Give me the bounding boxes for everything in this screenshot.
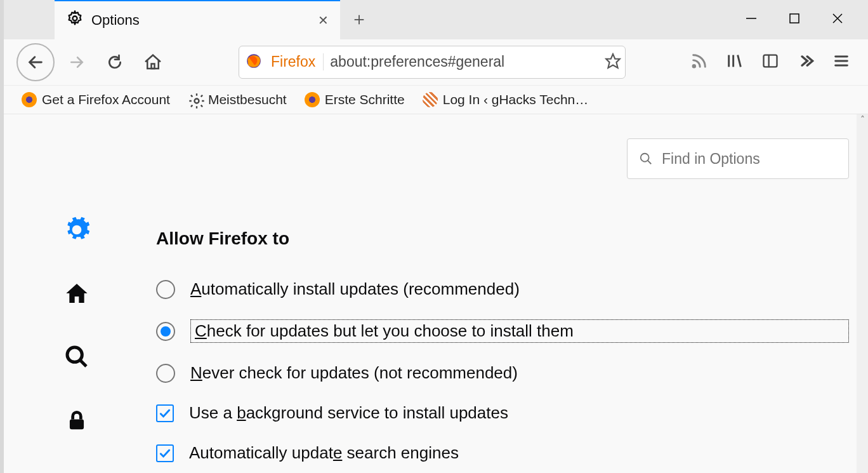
svg-point-25: [641, 154, 649, 162]
nav-toolbar: Firefox about:preferences#general: [4, 39, 868, 86]
library-icon[interactable]: [726, 52, 744, 72]
checkbox-icon: [156, 444, 174, 462]
radio-icon: [156, 280, 175, 299]
preferences-main: Find in Options Allow Firefox to Automat…: [150, 114, 868, 473]
tab-label: Options: [91, 12, 308, 29]
sidebar-home-icon[interactable]: [63, 279, 91, 307]
overflow-icon[interactable]: [797, 52, 815, 72]
radio-icon: [156, 322, 175, 341]
radio-auto-install[interactable]: Automatically install updates (recommend…: [156, 269, 849, 309]
bookmark-firefox-account[interactable]: Get a Firefox Account: [22, 92, 170, 107]
bookmarks-bar: Get a Firefox Account Meistbesucht Erste…: [4, 86, 868, 114]
gear-icon: [188, 92, 203, 107]
search-icon: [639, 152, 653, 166]
svg-rect-16: [764, 55, 777, 67]
radio-never-check[interactable]: Never check for updates (not recommended…: [156, 353, 849, 393]
option-label: Use a background service to install upda…: [189, 403, 508, 423]
close-tab-icon[interactable]: ✕: [315, 10, 331, 30]
option-label: Automatically install updates (recommend…: [190, 279, 520, 299]
svg-point-0: [73, 17, 77, 21]
svg-rect-4: [790, 14, 799, 23]
sidebar-toggle-icon[interactable]: [761, 52, 779, 72]
sidebar-privacy-icon[interactable]: [63, 406, 91, 434]
svg-point-21: [194, 98, 199, 103]
bookmark-label: Log In ‹ gHacks Techn…: [443, 92, 589, 107]
svg-point-12: [693, 65, 695, 67]
new-tab-button[interactable]: [340, 0, 378, 39]
sidebar-search-icon[interactable]: [63, 343, 91, 371]
forward-button[interactable]: [61, 46, 93, 78]
svg-rect-9: [152, 63, 155, 69]
search-placeholder: Find in Options: [662, 150, 760, 168]
radio-icon: [156, 364, 175, 383]
find-in-options-input[interactable]: Find in Options: [627, 138, 849, 179]
svg-line-15: [738, 55, 741, 67]
svg-line-23: [80, 360, 86, 366]
home-button[interactable]: [137, 46, 169, 78]
bookmark-label: Meistbesucht: [208, 92, 287, 107]
svg-rect-24: [70, 419, 84, 429]
close-window-icon[interactable]: [831, 12, 844, 27]
svg-point-22: [67, 347, 82, 362]
firefox-favicon-icon: [22, 92, 37, 107]
titlebar: Options ✕: [4, 0, 868, 39]
option-label: Automatically update search engines: [189, 443, 459, 463]
menu-icon[interactable]: [832, 52, 850, 72]
svg-line-26: [648, 161, 652, 164]
section-heading: Allow Firefox to: [156, 229, 849, 249]
url-bar[interactable]: Firefox about:preferences#general: [239, 46, 626, 79]
maximize-icon[interactable]: [788, 12, 801, 27]
preferences-content: ˄ Find in Options Allow Firefox to: [4, 114, 868, 473]
url-text: about:preferences#general: [330, 53, 598, 70]
option-label: Check for updates but let you choose to …: [190, 319, 849, 343]
bookmark-erste-schritte[interactable]: Erste Schritte: [305, 92, 405, 107]
option-label: Never check for updates (not recommended…: [190, 363, 518, 383]
firefox-favicon-icon: [305, 92, 320, 107]
reload-button[interactable]: [99, 46, 131, 78]
bookmark-label: Erste Schritte: [325, 92, 405, 107]
back-button[interactable]: [16, 43, 55, 81]
minimize-icon[interactable]: [745, 12, 758, 27]
preferences-sidebar: [4, 114, 150, 473]
identity-label: Firefox: [268, 53, 324, 70]
checkbox-icon: [156, 404, 174, 422]
radio-check-updates[interactable]: Check for updates but let you choose to …: [156, 309, 849, 353]
checkbox-background-service[interactable]: Use a background service to install upda…: [156, 393, 849, 433]
bookmark-label: Get a Firefox Account: [42, 92, 170, 107]
sidebar-general-icon[interactable]: [63, 216, 91, 244]
ghacks-favicon-icon: [423, 92, 438, 107]
bookmark-ghacks[interactable]: Log In ‹ gHacks Techn…: [423, 92, 589, 107]
svg-marker-11: [606, 54, 620, 68]
bookmark-meistbesucht[interactable]: Meistbesucht: [188, 92, 287, 107]
window-controls: [745, 0, 868, 39]
gear-icon: [66, 10, 84, 31]
bookmark-star-icon[interactable]: [605, 53, 621, 72]
rss-icon[interactable]: [690, 52, 708, 72]
firefox-logo-icon: [246, 53, 262, 72]
checkbox-update-search-engines[interactable]: Automatically update search engines: [156, 433, 849, 473]
tab-options[interactable]: Options ✕: [55, 0, 340, 39]
